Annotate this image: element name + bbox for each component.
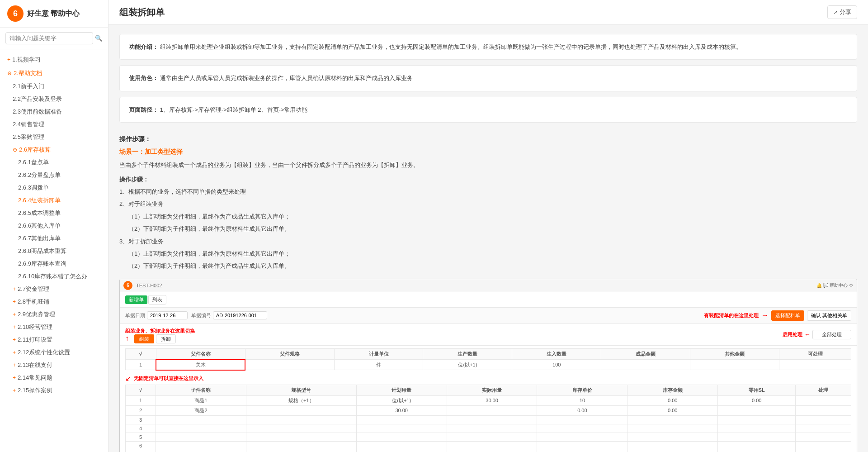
sidebar-item-coupon[interactable]: + 2.9优惠券管理 — [0, 308, 108, 321]
path-text: 页面路径： 1、库存核算->库存管理->组装拆卸单 2、首页->常用功能 — [129, 105, 848, 115]
sidebar-item-customize[interactable]: + 2.12系统个性化设置 — [0, 346, 108, 359]
ss-upper-row-1: 1 关木 件 位(以+1) 100 — [126, 360, 851, 370]
search-button[interactable]: 🔍 — [95, 35, 103, 42]
scene1: 场景一：加工类型选择 当由多个子件材料组装成一个成品的业务为【组装】业务，当由一… — [119, 148, 857, 271]
ss-icons: 🔔 💬 帮助中心 ⚙ — [816, 282, 853, 289]
sidebar-item-print[interactable]: + 2.11打印设置 — [0, 333, 108, 346]
ss-lower-col-spec: 规格型号 — [246, 385, 356, 395]
ss-confirm-btn[interactable]: 确认 其他相关单 — [807, 310, 851, 321]
ss-tab-list[interactable]: 列表 — [148, 295, 166, 305]
sidebar-item-install[interactable]: 2.2产品安装及登录 — [0, 93, 108, 105]
ss-col-prod-qty: 生产数量 — [423, 348, 512, 360]
plus-icon-faq: + — [13, 375, 16, 381]
ss-lower-col-stock-amt: 库存金额 — [627, 385, 718, 395]
ss-tab-new[interactable]: 新增单 — [125, 295, 147, 304]
sidebar-item-online-pay[interactable]: + 2.13在线支付 — [0, 359, 108, 371]
ss-lower-row-2: 2 商品2 30.00 0.00 0.00 — [126, 405, 851, 415]
ss-type-btn-disassembly[interactable]: 拆卸 — [156, 334, 176, 343]
ss-type-switch-group: 组装业务、拆卸业务在这里切换 ↑ 组装 拆卸 — [125, 327, 195, 343]
ss-upper-table-header: √ 父件名称 父件规格 计量单位 生产数量 生入数量 成品金额 其他金额 可处理 — [126, 348, 851, 360]
func-intro-card: 功能介绍： 组装拆卸单用来处理企业组装或拆卸等加工业务，支持有固定装配清单的产品… — [119, 34, 857, 60]
sidebar-item-other-out[interactable]: 2.6.7其他出库单 — [0, 232, 108, 245]
path-card: 页面路径： 1、库存核算->库存管理->组装拆卸单 2、首页->常用功能 — [119, 97, 857, 123]
search-input[interactable] — [5, 32, 93, 44]
sidebar-item-mobile[interactable]: + 2.8手机旺铺 — [0, 295, 108, 308]
ss-col-parent-name: 父件名称 — [156, 348, 245, 360]
scene1-desc: 当由多个子件材料组装成一个成品的业务为【组装】业务，当由一个父件拆分成多个子产品… — [119, 160, 857, 170]
plus-icon-pay: + — [13, 362, 16, 368]
ss-annotation2-group: 启用处理 ← 全部处理 — [783, 330, 851, 339]
step3-2: （2）下部明细为子件明细，最终作为产成品生成其它入库单。 — [119, 261, 857, 271]
ss-lower-row-3: 3 — [126, 415, 851, 424]
ss-upper-table-container: √ 父件名称 父件规格 计量单位 生产数量 生入数量 成品金额 其他金额 可处理 — [120, 346, 857, 373]
sidebar-item-ledger-query[interactable]: 2.6.9库存账本查询 — [0, 257, 108, 270]
share-button[interactable]: ↗ 分享 — [827, 5, 857, 19]
sidebar-item-count[interactable]: 2.6.1盘点单 — [0, 156, 108, 169]
screenshot-inner: 6 TEST-H002 🔔 💬 帮助中心 ⚙ 新增单 列表 — [120, 279, 857, 452]
ss-date-input[interactable] — [147, 311, 188, 319]
sidebar-item-inventory[interactable]: ⊖ 2.6库存核算 — [0, 143, 108, 156]
ss-col-instock-qty: 生入数量 — [512, 348, 601, 360]
content-area: 功能介绍： 组装拆卸单用来处理企业组装或拆卸等加工业务，支持有固定装配清单的产品… — [108, 25, 868, 452]
ss-lower-col-child-name: 子件名称 — [156, 385, 246, 395]
plus-icon-coupon: + — [13, 311, 16, 318]
ss-date-field: 单据日期 — [125, 311, 188, 319]
ss-enable-btn[interactable]: 全部处理 — [812, 330, 851, 339]
app-logo: 6 — [7, 5, 24, 22]
sidebar-item-ledger-fix[interactable]: 2.6.10库存账本错了怎么办 — [0, 270, 108, 283]
ss-cell-1-proc — [779, 360, 851, 370]
ss-docno-input[interactable] — [213, 311, 267, 319]
sidebar-item-partial-count[interactable]: 2.6.2分量盘点单 — [0, 169, 108, 181]
op-steps-label: 操作步骤： — [119, 174, 857, 185]
main-content: 组装拆卸单 ↗ 分享 功能介绍： 组装拆卸单用来处理企业组装或拆卸等加工业务，支… — [108, 0, 868, 452]
sidebar-item-sales[interactable]: 2.4销售管理 — [0, 118, 108, 131]
ss-lower-col-unit-price: 库存单价 — [537, 385, 627, 395]
ss-col-parent-spec: 父件规格 — [245, 348, 334, 360]
sidebar-item-video[interactable]: + 1.视频学习 — [0, 53, 108, 67]
ss-cell-1-unit: 件 — [334, 360, 423, 370]
sidebar-item-cases[interactable]: + 2.15操作案例 — [0, 384, 108, 397]
ss-lower-row-4: 4 — [126, 424, 851, 433]
sidebar-item-transfer[interactable]: 2.6.3调拨单 — [0, 181, 108, 194]
ss-col-unit: 计量单位 — [334, 348, 423, 360]
ss-lower-table: √ 子件名称 规格型号 计划用量 实际用量 库存单价 库存金额 零用SL 处理 — [125, 385, 851, 452]
ss-docno-field: 单据编号 — [191, 311, 267, 319]
sidebar-item-finance[interactable]: + 2.7资金管理 — [0, 283, 108, 295]
topbar: 组装拆卸单 ↗ 分享 — [108, 0, 868, 25]
ss-annotation3: 组装业务、拆卸业务在这里切换 — [125, 328, 195, 333]
sidebar-item-other-in[interactable]: 2.6.6其他入库单 — [0, 219, 108, 232]
sidebar-item-management[interactable]: + 2.10经营管理 — [0, 321, 108, 333]
ss-select-bom-btn[interactable]: 选择配料单 — [771, 310, 804, 321]
sidebar-item-assembly[interactable]: 2.6.4组装拆卸单 — [0, 194, 108, 207]
ss-lower-row-1: 1 商品1 规格（+1） 位(以+1) 30.00 10 0.00 0.00 — [126, 395, 851, 405]
ops-section: 操作步骤： 场景一：加工类型选择 当由多个子件材料组装成一个成品的业务为【组装】… — [119, 128, 857, 452]
ss-doc-fields: 单据日期 单据编号 有装配清单的在这里处理 → 选择配料单 — [120, 308, 857, 324]
ss-lower-table-header: √ 子件名称 规格型号 计划用量 实际用量 库存单价 库存金额 零用SL 处理 — [126, 385, 851, 395]
sidebar-item-newbie[interactable]: 2.1新手入门 — [0, 80, 108, 93]
ss-col-processable: 可处理 — [779, 348, 851, 360]
ss-cell-1-prodamt — [601, 360, 690, 370]
ss-cell-1-prodqty: 位(以+1) — [423, 360, 512, 370]
sidebar-item-cost-recalc[interactable]: 2.6.8商品成本重算 — [0, 245, 108, 257]
plus-icon-finance: + — [13, 286, 16, 292]
ss-type-btn-assembly[interactable]: 组装 — [134, 334, 154, 343]
sidebar-item-purchase[interactable]: 2.5采购管理 — [0, 131, 108, 143]
step3: 3、对于拆卸业务 — [119, 236, 857, 247]
plus-icon-custom: + — [13, 349, 16, 356]
ss-annotation4: 无固定清单可以直接在这里录入 — [134, 375, 203, 382]
plus-icon-mobile: + — [13, 299, 16, 305]
sidebar-item-data-prep[interactable]: 2.3使用前数据准备 — [0, 105, 108, 118]
sidebar-item-cost-adjust[interactable]: 2.6.5成本调整单 — [0, 207, 108, 219]
sidebar: 6 好生意 帮助中心 🔍 + 1.视频学习 ⊖ 2.帮助文档 2.1新手入门 2… — [0, 0, 108, 452]
arrow-icon3: ↑ — [125, 334, 129, 342]
role-text: 使用角色： 通常由生产人员或库管人员完成拆装业务的操作，库管人员确认原材料的出库… — [129, 73, 848, 83]
sidebar-item-help-docs[interactable]: ⊖ 2.帮助文档 — [0, 67, 108, 80]
sidebar-item-faq[interactable]: + 2.14常见问题 — [0, 371, 108, 384]
ss-lower-col-process: 处理 — [796, 385, 851, 395]
step2: 2、对于组装业务 — [119, 199, 857, 209]
ss-cell-1-name: 关木 — [156, 360, 245, 370]
ss-annotation2: 启用处理 — [783, 331, 802, 338]
scene1-title: 场景一：加工类型选择 — [119, 148, 857, 156]
ss-lower-col-sl: 零用SL — [718, 385, 796, 395]
share-icon: ↗ — [833, 9, 838, 15]
